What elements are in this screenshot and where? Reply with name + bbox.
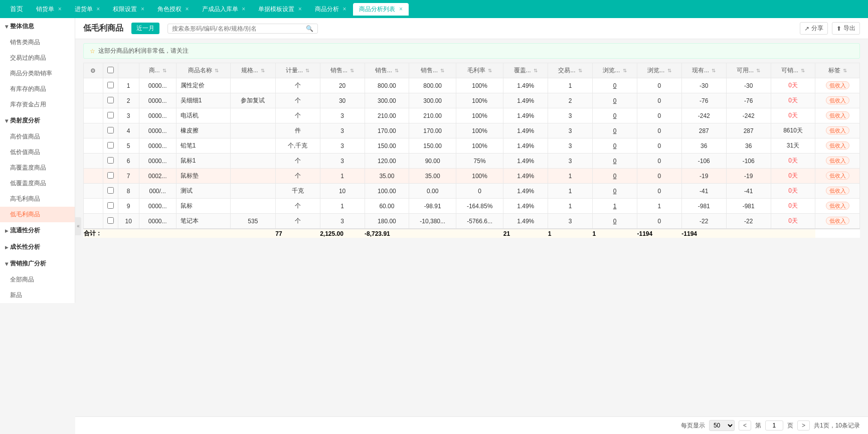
row-select-checkbox[interactable]	[107, 217, 114, 224]
export-button[interactable]: ⬆ 导出	[832, 22, 860, 35]
row-checkbox[interactable]	[103, 93, 118, 108]
close-analysis-list-icon[interactable]: ×	[399, 6, 403, 13]
row-browse1[interactable]: 0	[593, 93, 637, 108]
row-settings[interactable]	[84, 214, 103, 229]
nav-goods-analysis-list[interactable]: 商品分析列表 ×	[353, 3, 409, 16]
sidebar-item-low-coverage[interactable]: 低覆盖度商品	[0, 176, 75, 191]
sidebar-item-high-coverage[interactable]: 高覆盖度商品	[0, 160, 75, 176]
search-input[interactable]	[172, 25, 306, 32]
row-browse1[interactable]: 0	[593, 138, 637, 154]
sidebar-collapse-button[interactable]: «	[75, 217, 81, 235]
row-checkbox[interactable]	[103, 78, 118, 93]
col-sales-amount[interactable]: 销售... ⇅	[365, 63, 409, 78]
sidebar-item-low-value[interactable]: 低价值商品	[0, 144, 75, 160]
row-settings[interactable]	[84, 169, 103, 184]
nav-sales[interactable]: 销货单 ×	[30, 3, 68, 16]
col-unit[interactable]: 计量... ⇅	[275, 63, 320, 78]
row-browse1[interactable]: 0	[593, 214, 637, 229]
close-analysis-icon[interactable]: ×	[342, 6, 346, 13]
col-browse1[interactable]: 浏览... ⇅	[593, 63, 637, 78]
row-settings[interactable]	[84, 93, 103, 108]
sidebar-item-traded-goods[interactable]: 交易过的商品	[0, 50, 75, 66]
col-margin-rate[interactable]: 毛利率 ⇅	[456, 63, 503, 78]
row-select-checkbox[interactable]	[107, 157, 114, 164]
select-all-checkbox[interactable]	[107, 67, 114, 73]
row-browse1[interactable]: 0	[593, 78, 637, 93]
row-settings[interactable]	[84, 138, 103, 154]
row-select-checkbox[interactable]	[107, 82, 114, 88]
search-icon[interactable]: 🔍	[306, 25, 313, 32]
close-role-icon[interactable]: ×	[186, 6, 189, 13]
row-settings[interactable]	[84, 154, 103, 169]
row-checkbox[interactable]	[103, 199, 118, 214]
row-browse1[interactable]: 0	[593, 169, 637, 184]
sidebar-item-high-value[interactable]: 高价值商品	[0, 129, 75, 144]
close-product-icon[interactable]: ×	[242, 6, 245, 13]
sidebar-group-marketing[interactable]: ▾ 营销推广分析	[0, 255, 75, 272]
col-spec[interactable]: 规格... ⇅	[230, 63, 275, 78]
nav-permission[interactable]: 权限设置 ×	[107, 3, 150, 16]
sidebar-item-stock-fund[interactable]: 库存资金占用	[0, 97, 75, 112]
row-select-checkbox[interactable]	[107, 112, 114, 118]
nav-role[interactable]: 角色授权 ×	[151, 3, 195, 16]
col-browse2[interactable]: 浏览... ⇅	[637, 63, 681, 78]
row-checkbox[interactable]	[103, 184, 118, 199]
sidebar-group-analysis[interactable]: ▾ 类射度分析	[0, 112, 75, 129]
filter-button[interactable]: 近一月	[131, 23, 159, 34]
nav-template[interactable]: 单据模板设置 ×	[252, 3, 308, 16]
close-template-icon[interactable]: ×	[298, 6, 302, 13]
sidebar-item-new-goods[interactable]: 新品	[0, 287, 75, 303]
col-sales-qty[interactable]: 销售... ⇅	[320, 63, 365, 78]
row-browse1[interactable]: 0	[593, 123, 637, 138]
row-select-checkbox[interactable]	[107, 172, 114, 179]
sidebar-item-all-goods[interactable]: 全部商品	[0, 272, 75, 287]
col-sellable[interactable]: 可销... ⇅	[771, 63, 815, 78]
sidebar-item-category-rate[interactable]: 商品分类助销率	[0, 66, 75, 81]
col-settings[interactable]: ⚙	[84, 63, 103, 78]
row-settings[interactable]	[84, 184, 103, 199]
nav-home[interactable]: 首页	[4, 3, 29, 16]
col-name[interactable]: 商品名称 ⇅	[176, 63, 230, 78]
row-browse1[interactable]: 1	[593, 199, 637, 214]
row-settings[interactable]	[84, 78, 103, 93]
share-button[interactable]: ↗ 分享	[800, 22, 828, 35]
row-checkbox[interactable]	[103, 214, 118, 229]
row-browse1[interactable]: 0	[593, 154, 637, 169]
sidebar-item-high-margin[interactable]: 高毛利商品	[0, 191, 75, 207]
row-settings[interactable]	[84, 199, 103, 214]
col-tag[interactable]: 标签 ⇅	[815, 63, 860, 78]
col-code[interactable]: 商... ⇅	[139, 63, 176, 78]
next-page-button[interactable]: >	[797, 420, 810, 430]
row-select-checkbox[interactable]	[107, 202, 114, 209]
close-permission-icon[interactable]: ×	[141, 6, 144, 13]
nav-product-in[interactable]: 产成品入库单 ×	[196, 3, 252, 16]
row-checkbox[interactable]	[103, 138, 118, 154]
row-select-checkbox[interactable]	[107, 142, 114, 149]
per-page-select[interactable]: 50 100 200	[709, 420, 735, 431]
col-current-stock[interactable]: 现有... ⇅	[681, 63, 726, 78]
sidebar-item-sales-goods[interactable]: 销售类商品	[0, 35, 75, 50]
nav-purchase[interactable]: 进货单 ×	[69, 3, 106, 16]
row-settings[interactable]	[84, 123, 103, 138]
sidebar-item-low-margin[interactable]: 低毛利商品	[0, 207, 75, 222]
sidebar-item-in-stock[interactable]: 有库存的商品	[0, 81, 75, 97]
row-select-checkbox[interactable]	[107, 187, 114, 194]
col-available[interactable]: 可用... ⇅	[726, 63, 771, 78]
page-input[interactable]	[765, 420, 783, 430]
sidebar-group-circulation[interactable]: ▸ 流通性分析	[0, 222, 75, 239]
sidebar-group-growth[interactable]: ▸ 成长性分析	[0, 239, 75, 255]
col-checkbox[interactable]	[103, 63, 118, 78]
col-trade-count[interactable]: 交易... ⇅	[548, 63, 593, 78]
row-select-checkbox[interactable]	[107, 97, 114, 103]
row-checkbox[interactable]	[103, 154, 118, 169]
row-browse1[interactable]: 0	[593, 184, 637, 199]
sidebar-group-overall[interactable]: ▾ 整体信息	[0, 18, 75, 35]
close-sales-icon[interactable]: ×	[58, 6, 62, 13]
prev-page-button[interactable]: <	[739, 420, 751, 430]
col-sales-profit[interactable]: 销售... ⇅	[409, 63, 456, 78]
close-purchase-icon[interactable]: ×	[96, 6, 100, 13]
row-checkbox[interactable]	[103, 123, 118, 138]
nav-goods-analysis[interactable]: 商品分析 ×	[309, 3, 353, 16]
row-select-checkbox[interactable]	[107, 127, 114, 133]
row-browse1[interactable]: 0	[593, 108, 637, 123]
